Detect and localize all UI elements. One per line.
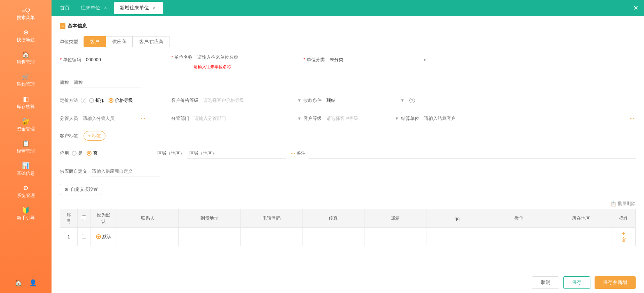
settlement-input[interactable]: [422, 113, 626, 124]
manager-input[interactable]: [81, 113, 136, 124]
payment-help-icon[interactable]: ?: [409, 98, 415, 103]
row-contact-input[interactable]: [121, 234, 174, 239]
unit-name-group: 单位名称 请输入往来单位名称: [171, 54, 304, 70]
radio-yes[interactable]: 是: [72, 150, 83, 156]
operation-icon: 📋: [22, 140, 30, 147]
sidebar-item-system[interactable]: ⚙ 系统管理: [0, 181, 52, 203]
type-btn-both[interactable]: 客户/供应商: [133, 36, 170, 47]
row-email[interactable]: [364, 228, 426, 246]
row-default-label: 默认: [102, 234, 111, 240]
radio-no-circle: [87, 151, 92, 156]
save-button[interactable]: 保存: [563, 276, 590, 289]
row-contact[interactable]: [117, 228, 179, 246]
radio-no-dot: [88, 152, 90, 154]
sidebar-item-finance[interactable]: 🔐 资金管理: [0, 114, 52, 136]
row-phone[interactable]: [241, 228, 303, 246]
supplier-custom-input[interactable]: [90, 166, 159, 177]
tab-bar: 首页 往来单位 ✕ 新增往来单位 ✕ ✕: [52, 0, 644, 16]
radio-price-level-dot: [110, 99, 112, 101]
disabled-label: 停用: [60, 150, 69, 156]
sidebar-item-inventory[interactable]: ◧ 库存核算: [0, 92, 52, 114]
custom-settings-wrap: ⚙ 自定义项设置: [60, 184, 636, 195]
row-fax[interactable]: [303, 228, 364, 246]
row-action: + 🗑: [612, 228, 636, 246]
row-region[interactable]: [550, 228, 612, 246]
unit-name-input[interactable]: [195, 55, 304, 60]
row-address[interactable]: [179, 228, 241, 246]
radio-yes-label: 是: [78, 150, 83, 156]
settlement-ellipsis[interactable]: ···: [628, 115, 636, 122]
department-select[interactable]: 请输入分管部门 ▼: [192, 113, 304, 124]
row-region-input[interactable]: [554, 234, 607, 239]
tab-new-partner-close[interactable]: ✕: [151, 5, 157, 11]
tab-home[interactable]: 首页: [54, 2, 75, 14]
tab-bar-close-btn[interactable]: ✕: [630, 3, 641, 13]
sidebar-item-purchase[interactable]: 🛒 采购管理: [0, 70, 52, 92]
settlement-label: 结算单位: [401, 115, 419, 122]
disabled-radio-group: 是 否: [72, 150, 97, 156]
sidebar-item-label: 采购管理: [17, 81, 35, 88]
save-new-button[interactable]: 保存并新增: [595, 276, 636, 289]
row-address-input[interactable]: [183, 234, 236, 239]
remark-label: 备注: [297, 150, 306, 156]
sidebar-item-operation[interactable]: 📋 经营管理: [0, 136, 52, 158]
row-qq-input[interactable]: [431, 234, 484, 239]
payment-terms-arrow: ▼: [400, 98, 405, 103]
search-menu-icon: ≡Q: [22, 7, 30, 13]
pricing-help-icon[interactable]: ?: [81, 98, 86, 103]
remark-input[interactable]: [308, 148, 636, 159]
row-delete-btn[interactable]: 🗑: [620, 237, 628, 243]
sidebar-user-icon[interactable]: 👤: [29, 279, 37, 287]
row-phone-input[interactable]: [245, 234, 298, 239]
tab-partner-close[interactable]: ✕: [102, 5, 109, 11]
cancel-button[interactable]: 取消: [532, 276, 559, 289]
type-btn-supplier[interactable]: 供应商: [106, 36, 133, 47]
customer-price-select[interactable]: 请选择客户价格等级 ▼: [201, 95, 304, 106]
type-btn-customer[interactable]: 客户: [84, 36, 106, 47]
payment-terms-select[interactable]: 现结 ▼: [324, 95, 407, 106]
batch-delete-btn[interactable]: 📋 批量删除: [60, 201, 636, 207]
customer-level-select[interactable]: 请选择客户等级 ▼: [324, 113, 401, 124]
sidebar-item-basic[interactable]: 📊 基础信息: [0, 158, 52, 181]
th-phone: 电话号码: [241, 209, 303, 228]
row-select-checkbox[interactable]: [82, 234, 86, 238]
short-name-input[interactable]: [72, 77, 141, 88]
row-wechat[interactable]: [488, 228, 550, 246]
unit-code-label: 单位编码: [60, 57, 81, 63]
region-input[interactable]: [187, 148, 286, 159]
sidebar-home-icon[interactable]: 🏠: [15, 279, 22, 287]
tab-new-partner[interactable]: 新增往来单位 ✕: [114, 2, 163, 14]
select-all-checkbox[interactable]: [82, 215, 86, 220]
short-name-group: 简称: [60, 77, 171, 88]
footer: 取消 保存 保存并新增: [52, 272, 644, 293]
row-fax-input[interactable]: [307, 234, 360, 239]
radio-discount[interactable]: 折扣: [89, 97, 104, 104]
row-default-radio[interactable]: 默认: [95, 234, 112, 240]
unit-category-select[interactable]: 未分类 ▼: [328, 54, 429, 65]
add-tag-button[interactable]: + 标签: [84, 131, 105, 141]
th-region: 所在地区: [550, 209, 612, 228]
unit-code-input[interactable]: [84, 54, 154, 65]
row-wechat-input[interactable]: [492, 234, 545, 239]
code-name-category-row: 单位编码 单位名称 请输入往来单位名称 单位分类 未分类 ▼: [60, 54, 636, 70]
sidebar-item-guide[interactable]: 🔰 新手引导: [0, 203, 52, 225]
sidebar-item-quicknav[interactable]: ⊕ 快捷导航: [0, 25, 52, 47]
tab-partner[interactable]: 往来单位 ✕: [75, 2, 114, 14]
radio-price-level[interactable]: 价格等级: [109, 97, 133, 104]
row-email-input[interactable]: [369, 234, 422, 239]
region-ellipsis[interactable]: ···: [289, 150, 297, 156]
row-add-btn[interactable]: +: [621, 230, 627, 237]
row-qq[interactable]: [426, 228, 488, 246]
th-checkbox[interactable]: [77, 209, 91, 228]
section-title: F 基本信息: [60, 23, 636, 29]
sidebar-item-sales[interactable]: 🏠 销售管理: [0, 47, 52, 70]
form-content: F 基本信息 单位类型 客户 供应商 客户/供应商 单位编码: [52, 16, 644, 272]
customer-price-group: 客户价格等级 请选择客户价格等级 ▼: [171, 95, 304, 106]
row-checkbox[interactable]: [77, 228, 91, 246]
custom-settings-button[interactable]: ⚙ 自定义项设置: [60, 184, 102, 195]
sidebar-item-search[interactable]: ≡Q 搜索菜单: [0, 3, 52, 25]
unit-type-group: 单位类型 客户 供应商 客户/供应商: [60, 36, 170, 47]
radio-no[interactable]: 否: [87, 150, 97, 156]
manager-ellipsis[interactable]: ···: [139, 115, 147, 122]
th-contact: 联系人: [117, 209, 179, 228]
